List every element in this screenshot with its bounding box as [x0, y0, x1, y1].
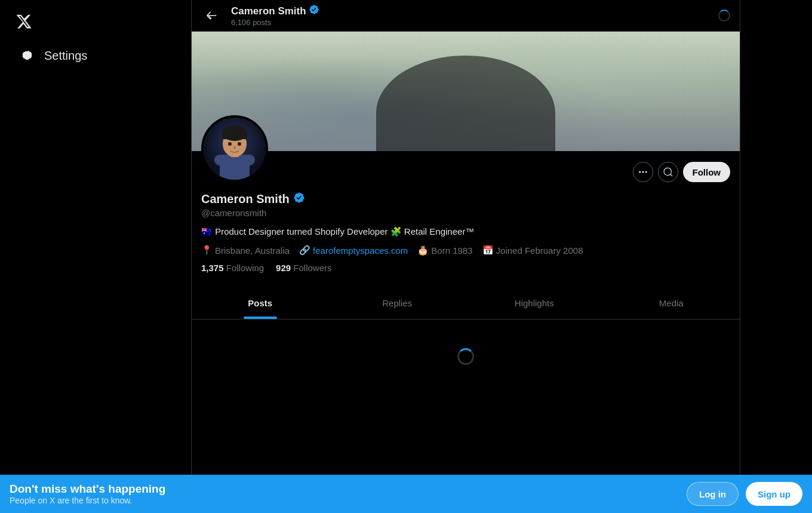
svg-rect-6 — [222, 133, 247, 139]
following-count[interactable]: 1,375 Following — [201, 263, 264, 273]
avatar-illustration — [204, 118, 266, 180]
banner-photo — [192, 32, 740, 151]
profile-actions-row: Follow — [201, 151, 730, 192]
settings-label: Settings — [44, 49, 87, 63]
topbar-name: Cameron Smith — [231, 4, 319, 18]
profile-meta: 📍 Brisbane, Australia 🔗 fearofemptyspace… — [201, 245, 730, 256]
followers-count[interactable]: 929 Followers — [276, 263, 331, 273]
profile-bio: 🇦🇺 Product Designer turned Shopify Devel… — [201, 225, 730, 238]
topbar-loader — [718, 10, 730, 21]
topbar: Cameron Smith 6,106 posts — [192, 0, 740, 32]
bottom-bar-subtitle: People on X are the first to know. — [10, 496, 165, 505]
svg-point-9 — [233, 146, 236, 149]
signup-button[interactable]: Sign up — [746, 482, 802, 506]
location-icon: 📍 — [201, 245, 213, 256]
meta-joined: 📅 Joined February 2008 — [482, 245, 583, 256]
profile-handle: @cameronsmith — [201, 208, 730, 218]
more-options-button[interactable] — [633, 162, 653, 182]
login-button[interactable]: Log in — [687, 482, 739, 506]
link-icon: 🔗 — [299, 245, 310, 256]
topbar-info: Cameron Smith 6,106 posts — [231, 4, 319, 27]
content-loading — [192, 320, 740, 394]
bottom-bar-text: Don't miss what's happening People on X … — [10, 483, 165, 505]
bottom-bar-actions: Log in Sign up — [687, 482, 802, 506]
tab-posts[interactable]: Posts — [192, 287, 329, 319]
meta-location: 📍 Brisbane, Australia — [201, 245, 290, 256]
search-button[interactable] — [658, 162, 678, 182]
x-logo-button[interactable] — [10, 7, 38, 36]
back-button[interactable] — [201, 5, 222, 26]
svg-point-8 — [238, 142, 241, 146]
avatar — [201, 115, 268, 182]
profile-name-row: Cameron Smith — [201, 192, 730, 207]
right-panel — [740, 0, 812, 513]
meta-website[interactable]: 🔗 fearofemptyspaces.com — [299, 245, 408, 256]
content-loader — [457, 348, 474, 365]
profile-section: Follow Cameron Smith @cameronsmith 🇦🇺 Pr… — [192, 151, 740, 285]
tab-highlights[interactable]: Highlights — [466, 287, 603, 319]
bottom-bar: Don't miss what's happening People on X … — [0, 475, 812, 513]
profile-name: Cameron Smith — [201, 192, 290, 206]
verified-badge-icon — [293, 192, 305, 207]
follow-button[interactable]: Follow — [683, 162, 731, 182]
gear-icon — [19, 48, 35, 63]
tab-media[interactable]: Media — [603, 287, 740, 319]
bottom-bar-title: Don't miss what's happening — [10, 483, 165, 496]
avatar-inner — [204, 118, 266, 180]
follow-counts: 1,375 Following 929 Followers — [201, 263, 730, 273]
website-link[interactable]: fearofemptyspaces.com — [313, 245, 408, 256]
profile-tabs: Posts Replies Highlights Media — [192, 287, 740, 320]
topbar-posts-count: 6,106 posts — [231, 18, 319, 27]
tab-replies[interactable]: Replies — [329, 287, 466, 319]
main-content: Cameron Smith 6,106 posts — [191, 0, 740, 513]
profile-banner — [192, 32, 740, 151]
sidebar: Settings — [0, 0, 191, 513]
calendar-icon: 📅 — [482, 245, 494, 256]
svg-point-7 — [228, 142, 232, 146]
meta-born: 🎂 Born 1983 — [417, 245, 472, 256]
sidebar-item-settings[interactable]: Settings — [10, 41, 182, 70]
x-logo-icon — [16, 13, 32, 30]
topbar-verified-icon — [309, 4, 319, 18]
birthday-icon: 🎂 — [417, 245, 429, 256]
